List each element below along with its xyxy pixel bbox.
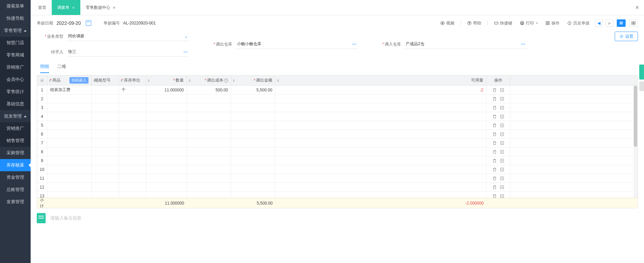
action-link[interactable]: 操作	[543, 20, 562, 26]
sidebar-item-13[interactable]: 库存核算	[0, 159, 31, 171]
tab-2[interactable]: 零售数据中心×	[80, 0, 121, 15]
sidebar-item-16[interactable]: 发票管理	[0, 196, 31, 208]
delete-row-icon[interactable]	[492, 123, 497, 128]
chevron-down-icon: ⌄	[184, 34, 188, 39]
delete-row-icon[interactable]	[492, 167, 497, 172]
sidebar-item-1[interactable]: 快捷导航	[0, 12, 31, 24]
gear-column[interactable]	[37, 75, 47, 85]
col-out-amount[interactable]: ▲▼*调出金额	[231, 75, 275, 85]
add-row-icon[interactable]	[500, 141, 504, 145]
delete-row-icon[interactable]	[492, 114, 497, 119]
sidebar-item-5[interactable]: 营销推广	[0, 61, 31, 73]
add-row-icon[interactable]	[500, 158, 504, 163]
add-row-icon[interactable]	[500, 88, 504, 92]
col-spec[interactable]: ▲▼规格型号	[92, 75, 119, 85]
vertical-scrollbar[interactable]	[633, 86, 638, 198]
col-product[interactable]: ▲▼*商品扫码录入	[47, 75, 92, 85]
calendar-icon[interactable]	[86, 20, 91, 26]
svg-text:?: ?	[469, 22, 470, 24]
delete-row-icon[interactable]	[492, 158, 497, 163]
table-row[interactable]: 5	[37, 121, 638, 130]
sidebar-item-4[interactable]: 零售商城	[0, 49, 31, 61]
sidebar-item-9[interactable]: 批发管理	[0, 110, 31, 122]
table-row[interactable]: 13	[37, 192, 638, 198]
info-icon[interactable]: ?	[224, 78, 228, 83]
list-view-button[interactable]	[617, 19, 626, 27]
remark-input[interactable]: 请输入备注信息	[50, 215, 638, 221]
table-row[interactable]: 8	[37, 147, 638, 156]
sidebar-item-3[interactable]: 智慧门店	[0, 37, 31, 49]
in-wh-field[interactable]: *调入仓库 产成品2仓⋯	[374, 32, 527, 57]
sidebar-item-10[interactable]: 营销推广	[0, 122, 31, 135]
col-unit[interactable]: ▲▼*库存单位	[119, 75, 146, 85]
shortcut-link[interactable]: 快捷键	[492, 20, 514, 26]
table-row[interactable]: 3	[37, 103, 638, 112]
add-row-icon[interactable]	[500, 105, 504, 110]
tab-0[interactable]: 首页	[33, 0, 52, 15]
table-row[interactable]: 2	[37, 94, 638, 103]
history-link[interactable]: 历史单据	[565, 20, 592, 26]
delete-row-icon[interactable]	[492, 105, 497, 110]
delete-row-icon[interactable]	[492, 194, 497, 198]
right-rail-handle-2[interactable]	[639, 82, 644, 91]
table-row[interactable]: 6	[37, 130, 638, 139]
delete-row-icon[interactable]	[492, 141, 497, 145]
table-row[interactable]: 10	[37, 165, 638, 174]
add-row-icon[interactable]	[500, 123, 504, 128]
close-all-tabs[interactable]: ×	[630, 0, 644, 15]
col-out-cost[interactable]: ▲▼*调出成本?	[187, 75, 231, 85]
sidebar-item-15[interactable]: 总账管理	[0, 183, 31, 196]
add-row-icon[interactable]	[500, 167, 504, 172]
table-row[interactable]: 11	[37, 174, 638, 183]
next-doc-button[interactable]: ▶	[606, 19, 613, 27]
sidebar-item-7[interactable]: 零售统计	[0, 86, 31, 98]
table-row[interactable]: 12	[37, 183, 638, 192]
table-row[interactable]: 9	[37, 156, 638, 165]
sidebar-item-0[interactable]: 搜索菜单	[0, 0, 31, 12]
table-row[interactable]: 1组装加工费个11.000000500.005,500.00-2	[37, 86, 638, 94]
card-view-button[interactable]	[629, 19, 638, 27]
video-link[interactable]: 视频	[438, 20, 456, 26]
note-icon[interactable]	[37, 213, 46, 223]
tab-close-icon[interactable]: ×	[72, 5, 75, 10]
out-wh-field[interactable]: *调出仓库 小畅小畅仓库⋯	[206, 32, 358, 57]
add-row-icon[interactable]	[500, 194, 504, 198]
delete-row-icon[interactable]	[492, 176, 497, 181]
sidebar-item-2[interactable]: 零售管理	[0, 24, 31, 37]
print-link[interactable]: 打印▾	[518, 20, 540, 26]
delete-row-icon[interactable]	[492, 88, 497, 92]
date-value[interactable]: 2022-09-20	[57, 20, 81, 26]
sidebar-item-14[interactable]: 资金管理	[0, 171, 31, 183]
delete-row-icon[interactable]	[492, 97, 497, 101]
biz-type-field[interactable]: *业务类型 同价调拨⌄	[37, 32, 189, 41]
toolbar: 单据日期 2022-09-20 单据编号 AL-20220920-001 视频 …	[31, 15, 644, 30]
help-link[interactable]: ?帮助	[465, 20, 483, 26]
sidebar-item-12[interactable]: 采购管理	[0, 147, 31, 159]
delete-row-icon[interactable]	[492, 185, 497, 190]
sidebar-item-11[interactable]: 销售管理	[0, 135, 31, 147]
add-row-icon[interactable]	[500, 132, 504, 137]
add-row-icon[interactable]	[500, 114, 504, 119]
right-rail-handle[interactable]	[639, 65, 644, 80]
subtab-detail[interactable]: 明细	[40, 64, 49, 73]
delete-row-icon[interactable]	[492, 150, 497, 154]
svg-rect-13	[619, 23, 623, 23]
handler-field[interactable]: 经手人 张三⋯	[37, 47, 189, 57]
scan-entry-button[interactable]: 扫码录入	[69, 77, 88, 84]
sidebar-item-8[interactable]: 基础信息	[0, 98, 31, 110]
col-avail[interactable]: ▲▼可用量	[275, 75, 486, 85]
tab-1[interactable]: 调拨单×	[52, 0, 80, 15]
delete-row-icon[interactable]	[492, 132, 497, 137]
col-qty[interactable]: ▲▼*数量	[146, 75, 187, 85]
add-row-icon[interactable]	[500, 185, 504, 190]
prev-doc-button[interactable]: ◀	[595, 19, 602, 27]
settings-button[interactable]: 设置	[615, 32, 638, 41]
add-row-icon[interactable]	[500, 176, 504, 181]
sidebar-item-6[interactable]: 会员中心	[0, 73, 31, 86]
add-row-icon[interactable]	[500, 97, 504, 101]
table-row[interactable]: 4	[37, 112, 638, 121]
tab-close-icon[interactable]: ×	[113, 5, 116, 10]
add-row-icon[interactable]	[500, 150, 504, 154]
table-row[interactable]: 7	[37, 139, 638, 147]
subtab-2d[interactable]: 二维	[57, 64, 66, 73]
